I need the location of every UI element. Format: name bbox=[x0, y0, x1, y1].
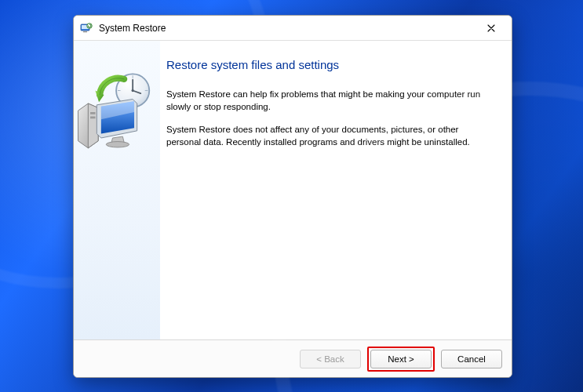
dialog-body: Restore system files and settings System… bbox=[74, 41, 512, 339]
cancel-button[interactable]: Cancel bbox=[441, 350, 502, 368]
intro-paragraph-1: System Restore can help fix problems tha… bbox=[166, 89, 490, 113]
system-restore-icon bbox=[80, 22, 93, 34]
wizard-content: Restore system files and settings System… bbox=[160, 41, 512, 339]
system-restore-dialog: System Restore bbox=[73, 15, 512, 378]
close-button[interactable] bbox=[476, 17, 507, 39]
svg-rect-12 bbox=[90, 112, 95, 114]
next-button-highlight: Next > bbox=[367, 347, 435, 372]
page-heading: Restore system files and settings bbox=[166, 58, 490, 71]
back-button: < Back bbox=[300, 350, 361, 368]
intro-paragraph-2: System Restore does not affect any of yo… bbox=[166, 124, 490, 148]
wizard-sidebar bbox=[74, 41, 160, 339]
svg-rect-13 bbox=[90, 117, 95, 119]
svg-point-14 bbox=[106, 142, 129, 147]
wizard-footer: < Back Next > Cancel bbox=[74, 339, 512, 377]
restore-illustration-icon bbox=[74, 69, 160, 155]
window-title: System Restore bbox=[99, 23, 166, 34]
close-icon bbox=[487, 24, 495, 32]
titlebar: System Restore bbox=[74, 16, 512, 41]
svg-rect-2 bbox=[83, 31, 87, 32]
next-button[interactable]: Next > bbox=[370, 350, 432, 368]
